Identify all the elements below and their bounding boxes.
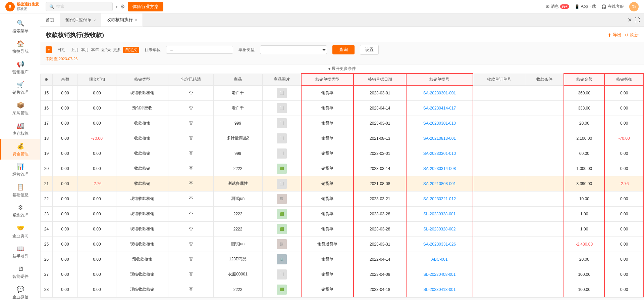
search-box[interactable]: 🔍 搜索 bbox=[46, 2, 113, 11]
cell-balance: 0.00 bbox=[53, 267, 78, 282]
messages-btn[interactable]: ✉ 消息 99+ bbox=[546, 4, 569, 9]
cell-product: 123D商品 bbox=[213, 252, 262, 267]
cell-bill-no[interactable]: SA-20230301-010 bbox=[406, 116, 473, 131]
settings-button[interactable]: 设置 bbox=[360, 45, 379, 55]
sidebar-item-base-info[interactable]: 📋 基础信息 bbox=[0, 180, 40, 201]
bill-no-link[interactable]: SA-20230331-026 bbox=[423, 242, 456, 247]
date-opt-7days[interactable]: 近7天 bbox=[101, 47, 111, 53]
cell-bill-no[interactable]: SA-20230314-008 bbox=[406, 161, 473, 176]
bill-no-link[interactable]: SA-20210808-001 bbox=[423, 181, 456, 186]
date-opt-more[interactable]: 更多 bbox=[113, 47, 121, 53]
cell-bill-no[interactable]: SA-20230331-026 bbox=[406, 237, 473, 252]
partner-input[interactable] bbox=[166, 46, 233, 54]
bill-no-link[interactable]: SA-20230321-012 bbox=[423, 197, 456, 201]
sidebar-item-operation[interactable]: 📊 经营管理 bbox=[0, 160, 40, 180]
cell-bill-no[interactable]: SL-20230418-001 bbox=[406, 282, 473, 297]
cell-bill-no[interactable]: SL-20230408-001 bbox=[406, 267, 473, 282]
cell-cancel-type: 收款核销 bbox=[116, 131, 168, 146]
cell-id: 21 bbox=[41, 176, 53, 191]
cell-included: 否 bbox=[168, 116, 213, 131]
settings-icon[interactable]: ⚙ bbox=[120, 3, 125, 10]
sidebar-item-hardware[interactable]: 🖥 智能硬件 bbox=[0, 262, 40, 282]
tab-home[interactable]: 首页 bbox=[40, 13, 60, 27]
cell-balance: 0.00 bbox=[53, 282, 78, 297]
tab-receipt[interactable]: 收款核销执行 × bbox=[101, 13, 143, 27]
window-expand-icon[interactable]: ⛶ bbox=[635, 17, 640, 23]
refresh-button[interactable]: ↺ 刷新 bbox=[625, 32, 639, 38]
tab-prepay[interactable]: 预付冲应付单 × bbox=[60, 13, 101, 27]
sidebar-item-finance[interactable]: 💰 资金管理 bbox=[0, 139, 40, 160]
th-cancel-type: 核销类型 bbox=[116, 74, 168, 85]
sidebar-item-system[interactable]: ⚙ 系统管理 bbox=[0, 201, 40, 221]
cell-bill-date: 2023-03-28 bbox=[354, 221, 406, 237]
sidebar-item-search-menu[interactable]: 🔍 搜索菜单 bbox=[0, 16, 40, 37]
cell-included: 否 bbox=[168, 191, 213, 206]
cell-receipt-cond bbox=[525, 176, 564, 191]
sidebar-item-guide[interactable]: 📖 新手引导 bbox=[0, 242, 40, 262]
search-icon: 🔍 bbox=[49, 4, 54, 9]
bill-no-link[interactable]: SL-20230418-001 bbox=[423, 287, 455, 292]
cell-id: 18 bbox=[41, 131, 53, 146]
cell-bill-no[interactable]: SA-20230301-010 bbox=[406, 146, 473, 161]
bill-no-link[interactable]: SA-20210813-001 bbox=[423, 136, 456, 141]
cell-id: 27 bbox=[41, 267, 53, 282]
tab-receipt-close[interactable]: × bbox=[135, 18, 137, 22]
cell-bill-no[interactable]: SL-20230328-001 bbox=[406, 206, 473, 221]
sidebar-item-inventory[interactable]: 🏭 库存核算 bbox=[0, 119, 40, 139]
cell-cancel-amount: 100.00 bbox=[564, 282, 604, 297]
sidebar-item-enterprise[interactable]: 🤝 企业协同 bbox=[0, 221, 40, 242]
cell-product: 老白干 bbox=[213, 100, 262, 116]
app-download-btn[interactable]: 📱 App下载 bbox=[575, 4, 596, 9]
sidebar-item-purchase[interactable]: 📦 采购管理 bbox=[0, 98, 40, 119]
date-opt-last-month[interactable]: 上月 bbox=[71, 47, 79, 53]
bill-no-link[interactable]: ABC-001 bbox=[431, 257, 448, 262]
bill-no-link[interactable]: SA-20230414-017 bbox=[423, 106, 456, 111]
enterprise-icon: 🤝 bbox=[17, 224, 24, 232]
user-avatar[interactable]: Rit bbox=[629, 2, 639, 11]
cell-product: 衣服00001 bbox=[213, 267, 262, 282]
bill-no-link[interactable]: SL-20230328-002 bbox=[423, 227, 455, 231]
bill-no-link[interactable]: SL-20230408-001 bbox=[423, 272, 455, 277]
cell-cancel-type: 现结收款核销 bbox=[116, 221, 168, 237]
solution-button[interactable]: 体验行业方案 bbox=[128, 2, 163, 11]
query-button[interactable]: 查询 bbox=[332, 45, 355, 54]
date-opt-custom[interactable]: 自定义 bbox=[123, 47, 139, 53]
online-service-btn[interactable]: 🎧 在线客服 bbox=[601, 4, 624, 9]
product-image: ⬜ bbox=[277, 133, 287, 143]
expand-more-button[interactable]: ▾ 展开更多条件 bbox=[328, 66, 356, 72]
cell-cancel-amount: 1.00 bbox=[564, 206, 604, 221]
sidebar-item-wechat[interactable]: 💬 企业微信 bbox=[0, 282, 40, 300]
bill-no-link[interactable]: SA-20230301-001 bbox=[423, 91, 456, 95]
bill-no-link[interactable]: SL-20230328-001 bbox=[423, 212, 455, 216]
bill-no-link[interactable]: SA-20230314-008 bbox=[423, 166, 456, 171]
sidebar-item-marketing[interactable]: 📢 营销推广 bbox=[0, 57, 40, 78]
cell-product-img: 🟩 bbox=[262, 221, 301, 237]
bill-type-select[interactable] bbox=[260, 45, 327, 54]
cell-cash-discount: 0.00 bbox=[77, 252, 116, 267]
cell-bill-no[interactable]: SL-20230328-002 bbox=[406, 221, 473, 237]
tab-prepay-close[interactable]: × bbox=[94, 18, 96, 22]
th-cash-discount: 现金折扣 bbox=[77, 74, 116, 85]
cell-bill-no[interactable]: SA-20210813-001 bbox=[406, 131, 473, 146]
sidebar-item-quick-nav[interactable]: 🏠 快捷导航 bbox=[0, 37, 40, 57]
cell-bill-no[interactable]: SA-20230414-017 bbox=[406, 100, 473, 116]
table-row: 15 0.00 0.00 现结收款核销 否 老白干 ⬜ 销货单 2023-03-… bbox=[41, 85, 644, 100]
dropdown-icon[interactable]: ▾ bbox=[115, 4, 118, 9]
cell-bill-no[interactable]: SA-20210808-001 bbox=[406, 176, 473, 191]
purchase-icon: 📦 bbox=[17, 101, 24, 109]
bill-no-link[interactable]: SA-20230301-010 bbox=[423, 121, 456, 126]
sidebar-item-sales[interactable]: 🛒 销售管理 bbox=[0, 78, 40, 98]
cell-bill-no[interactable]: ABC-001 bbox=[406, 252, 473, 267]
cell-bill-date: 2023-03-28 bbox=[354, 206, 406, 221]
cell-bill-no[interactable]: SA-20230301-001 bbox=[406, 85, 473, 100]
th-settings[interactable]: ⚙ bbox=[41, 74, 53, 85]
window-close-icon[interactable]: ✕ bbox=[628, 17, 632, 23]
date-opt-this-year[interactable]: 本年 bbox=[91, 47, 99, 53]
cell-bill-no[interactable]: SA-20230321-012 bbox=[406, 191, 473, 206]
cell-receipt-order bbox=[473, 221, 525, 237]
bill-no-link[interactable]: SA-20230301-010 bbox=[423, 151, 456, 156]
filter-expand-btn[interactable]: » bbox=[46, 46, 52, 53]
cell-bill-date: 2023-03-14 bbox=[354, 161, 406, 176]
export-button[interactable]: ⬆ 导出 bbox=[608, 32, 622, 38]
date-opt-this-month[interactable]: 本月 bbox=[81, 47, 89, 53]
